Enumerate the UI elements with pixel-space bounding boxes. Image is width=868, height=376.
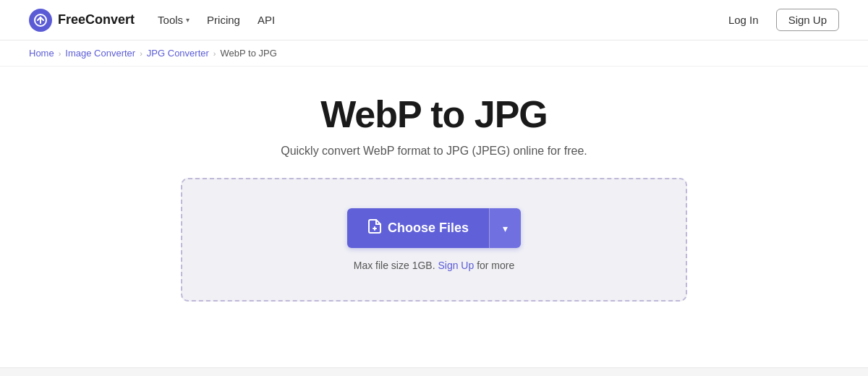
dropdown-button[interactable]: ▾ (489, 208, 521, 248)
nav-tools[interactable]: Tools ▾ (158, 14, 190, 26)
breadcrumb-home[interactable]: Home (29, 48, 54, 59)
choose-files-wrapper: Choose Files ▾ (347, 208, 521, 248)
logo-text: FreeConvert (58, 12, 135, 27)
breadcrumb-current: WebP to JPG (221, 48, 277, 59)
navbar-left: FreeConvert Tools ▾ Pricing API (29, 9, 275, 32)
navbar: FreeConvert Tools ▾ Pricing API Log In S… (0, 0, 868, 40)
nav-pricing[interactable]: Pricing (207, 14, 240, 26)
login-button[interactable]: Log In (720, 9, 767, 30)
upload-area[interactable]: Choose Files ▾ Max file size 1GB. Sign U… (181, 178, 687, 302)
nav-api[interactable]: API (258, 14, 275, 26)
breadcrumb: Home › Image Converter › JPG Converter ›… (0, 40, 868, 67)
logo-icon (29, 9, 52, 32)
nav-links: Tools ▾ Pricing API (158, 14, 275, 26)
breadcrumb-image-converter[interactable]: Image Converter (65, 48, 135, 59)
dropdown-chevron-icon: ▾ (503, 223, 508, 234)
upload-info: Max file size 1GB. Sign Up for more (354, 260, 515, 271)
chevron-down-icon: ▾ (186, 16, 190, 24)
file-icon (367, 218, 382, 238)
bottom-bar (0, 367, 868, 376)
page-subtitle: Quickly convert WebP format to JPG (JPEG… (281, 145, 587, 158)
upload-signup-link[interactable]: Sign Up (438, 260, 474, 271)
choose-files-button[interactable]: Choose Files (347, 208, 489, 248)
breadcrumb-sep-3: › (213, 49, 216, 58)
page-title: WebP to JPG (320, 93, 548, 136)
signup-button[interactable]: Sign Up (776, 9, 839, 31)
breadcrumb-jpg-converter[interactable]: JPG Converter (147, 48, 209, 59)
choose-files-label: Choose Files (388, 221, 469, 236)
navbar-right: Log In Sign Up (720, 9, 839, 31)
main-content: WebP to JPG Quickly convert WebP format … (0, 67, 868, 302)
logo[interactable]: FreeConvert (29, 9, 135, 32)
breadcrumb-sep-2: › (140, 49, 142, 58)
breadcrumb-sep-1: › (59, 49, 61, 58)
